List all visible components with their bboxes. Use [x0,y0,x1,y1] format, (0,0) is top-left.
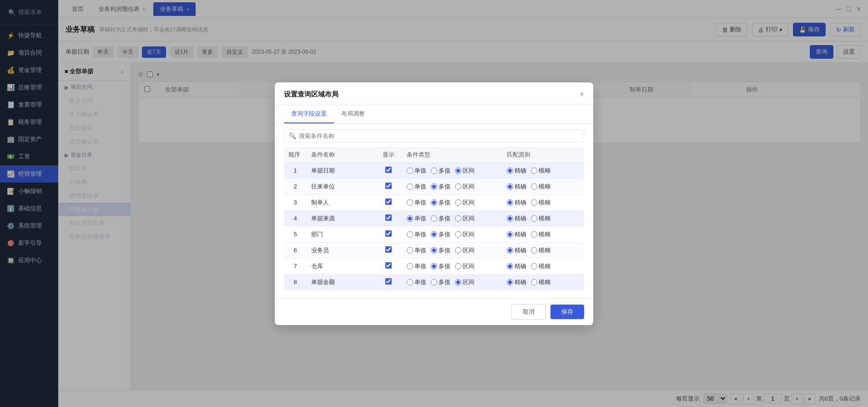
radio-区间[interactable]: 区间 [455,198,474,207]
row-name: 单据来源 [307,210,375,226]
row-condition-type: 单值多值区间 [402,210,502,226]
th-order: 顺序 [284,147,307,163]
match-radio-模糊[interactable]: 模糊 [531,246,550,254]
match-radio-精确[interactable]: 精确 [507,198,526,207]
match-radio-模糊[interactable]: 模糊 [531,214,550,223]
row-condition-type: 单值多值区间 [402,274,502,290]
match-radio-精确[interactable]: 精确 [507,214,526,223]
radio-多值[interactable]: 多值 [431,262,450,270]
row-condition-type: 单值多值区间 [402,178,502,194]
conditions-tbody: 1单据日期单值多值区间精确模糊2往来单位单值多值区间精确模糊3制单人单值多值区间… [284,163,584,293]
radio-区间[interactable]: 区间 [455,214,474,223]
match-radio-模糊[interactable]: 模糊 [531,262,550,270]
table-row: 2往来单位单值多值区间精确模糊 [284,178,584,194]
dialog-save-button[interactable]: 保存 [550,305,584,319]
row-condition-type: 单值多值区间 [402,163,502,178]
table-row: 3制单人单值多值区间精确模糊 [284,194,584,210]
row-order: 3 [284,194,307,210]
match-radio-精确[interactable]: 精确 [507,230,526,239]
row-condition-type: 单值多值区间 [402,226,502,242]
match-radio-模糊[interactable]: 模糊 [531,167,550,175]
dialog-title: 设置查询区域布局 [284,90,338,99]
cancel-button[interactable]: 取消 [511,304,546,320]
table-row: 6业务员单值多值区间精确模糊 [284,242,584,258]
match-radio-模糊[interactable]: 模糊 [531,230,550,239]
show-checkbox[interactable] [385,278,392,285]
row-order: 2 [284,178,307,194]
match-radio-模糊[interactable]: 模糊 [531,183,550,191]
row-name: 往来单位 [307,178,375,194]
radio-单值[interactable]: 单值 [407,214,426,223]
radio-单值[interactable]: 单值 [407,246,426,254]
radio-多值[interactable]: 多值 [431,246,450,254]
dialog-tab-layout[interactable]: 布局调整 [334,105,372,123]
row-name: 制单人 [307,194,375,210]
conditions-table-container: 顺序 条件名称 显示 条件类型 匹配原则 1单据日期单值多值区间精确模糊2往来单… [284,147,584,293]
radio-单值[interactable]: 单值 [407,183,426,191]
dialog-footer: 取消 保存 [275,298,593,325]
match-radio-精确[interactable]: 精确 [507,246,526,254]
radio-区间[interactable]: 区间 [455,183,474,191]
conditions-table: 顺序 条件名称 显示 条件类型 匹配原则 1单据日期单值多值区间精确模糊2往来单… [284,147,584,293]
th-condition-type: 条件类型 [402,147,502,163]
row-condition-type: 单值多值区间 [402,242,502,258]
row-match: 精确模糊 [502,210,584,226]
show-checkbox[interactable] [385,183,392,189]
radio-单值[interactable]: 单值 [407,167,426,175]
match-radio-精确[interactable]: 精确 [507,167,526,175]
show-checkbox[interactable] [385,230,392,237]
row-condition-type: 单值多值区间 [402,258,502,274]
row-match: 精确模糊 [502,290,584,293]
match-radio-精确[interactable]: 精确 [507,278,526,286]
row-show-cell [375,290,402,293]
show-checkbox[interactable] [385,262,392,269]
dialog-body: 🔍 顺序 条件名称 显示 条件类型 匹配原则 [275,124,593,298]
radio-区间[interactable]: 区间 [455,278,474,286]
radio-单值[interactable]: 单值 [407,198,426,207]
match-radio-精确[interactable]: 精确 [507,183,526,191]
row-order: 7 [284,258,307,274]
radio-单值[interactable]: 单值 [407,230,426,239]
radio-区间[interactable]: 区间 [455,246,474,254]
radio-多值[interactable]: 多值 [431,183,450,191]
row-match: 精确模糊 [502,194,584,210]
match-radio-精确[interactable]: 精确 [507,262,526,270]
row-name: 单据金额 [307,274,375,290]
row-match: 精确模糊 [502,274,584,290]
radio-多值[interactable]: 多值 [431,214,450,223]
row-show-cell [375,258,402,274]
row-match: 精确模糊 [502,258,584,274]
show-checkbox[interactable] [385,246,392,253]
condition-search-box[interactable]: 🔍 [284,129,584,142]
dialog-overlay: 设置查询区域布局 × 查询字段设置 布局调整 🔍 顺序 条件名称 [0,0,868,407]
radio-多值[interactable]: 多值 [431,198,450,207]
radio-区间[interactable]: 区间 [455,167,474,175]
radio-单值[interactable]: 单值 [407,278,426,286]
radio-单值[interactable]: 单值 [407,262,426,270]
show-checkbox[interactable] [385,167,392,173]
condition-search-input[interactable] [299,132,579,139]
radio-区间[interactable]: 区间 [455,262,474,270]
dialog-close-btn[interactable]: × [579,90,584,99]
match-radio-模糊[interactable]: 模糊 [531,198,550,207]
show-checkbox[interactable] [385,198,392,205]
conditions-table-header: 顺序 条件名称 显示 条件类型 匹配原则 [284,147,584,163]
dialog-header: 设置查询区域布局 × [275,82,593,105]
radio-多值[interactable]: 多值 [431,167,450,175]
row-show-cell [375,163,402,178]
dialog-tab-fields[interactable]: 查询字段设置 [284,105,334,123]
table-row: 4单据来源单值多值区间精确模糊 [284,210,584,226]
row-order: 8 [284,274,307,290]
row-condition-type: 单值多值区间 [402,290,502,293]
show-checkbox[interactable] [385,214,392,221]
table-row: 1单据日期单值多值区间精确模糊 [284,163,584,178]
radio-多值[interactable]: 多值 [431,230,450,239]
table-row: 5部门单值多值区间精确模糊 [284,226,584,242]
th-match: 匹配原则 [502,147,584,163]
radio-区间[interactable]: 区间 [455,230,474,239]
match-radio-模糊[interactable]: 模糊 [531,278,550,286]
row-name: 单据日期 [307,163,375,178]
radio-多值[interactable]: 多值 [431,278,450,286]
row-match: 精确模糊 [502,178,584,194]
table-row: 7仓库单值多值区间精确模糊 [284,258,584,274]
